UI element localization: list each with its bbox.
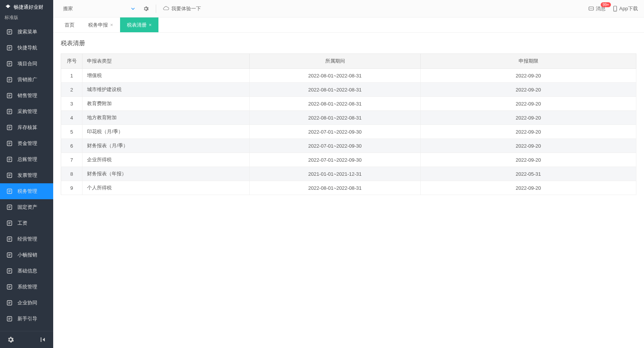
table-row[interactable]: 2城市维护建设税2022-08-01~2022-08-312022-09-20 [61,83,636,97]
sidebar-item-17[interactable]: 企业协同 [0,295,53,311]
cell-deadline: 2022-05-31 [421,167,636,181]
business-icon [6,236,13,242]
cell-deadline: 2022-09-20 [421,125,636,139]
app-download-button[interactable]: App下载 [612,5,638,12]
cell-period: 2022-08-01~2022-08-31 [250,97,421,111]
cell-period: 2022-07-01~2022-09-30 [250,153,421,167]
sidebar-item-label: 搜索菜单 [17,28,37,35]
collapse-icon[interactable] [40,337,46,343]
sidebar-item-10[interactable]: 税务管理 [0,183,53,199]
tab-2[interactable]: 税表清册× [120,17,159,32]
sidebar-item-label: 新手引导 [17,315,37,322]
table-row[interactable]: 6财务报表（月/季）2022-07-01~2022-09-302022-09-2… [61,139,636,153]
sidebar-item-2[interactable]: 项目合同 [0,56,53,72]
org-selector-text: 搬家 [63,5,73,12]
table-row[interactable]: 7企业所得税2022-07-01~2022-09-302022-09-20 [61,153,636,167]
col-type-header: 申报表类型 [82,54,250,69]
sidebar-item-label: 发票管理 [17,172,37,179]
asset-icon [6,204,13,211]
gear-icon[interactable] [143,6,149,12]
cell-seq: 7 [61,153,82,167]
cell-deadline: 2022-09-20 [421,111,636,125]
table-row[interactable]: 9个人所得税2022-08-01~2022-08-312022-09-20 [61,181,636,195]
settings-icon[interactable] [8,337,14,343]
topbar: 搬家 我要体验一下 消息 [53,0,644,17]
table-row[interactable]: 1增值税2022-08-01~2022-08-312022-09-20 [61,69,636,83]
search-icon [6,28,13,35]
close-icon[interactable]: × [110,22,113,28]
tab-1[interactable]: 税务申报× [81,17,120,32]
sidebar-item-label: 工资 [17,220,27,227]
sidebar-item-6[interactable]: 库存核算 [0,120,53,135]
tab-label: 税务申报 [88,22,108,28]
cell-seq: 4 [61,111,82,125]
message-button[interactable]: 消息 99+ [588,5,606,12]
col-seq-header: 序号 [61,54,82,69]
cell-seq: 9 [61,181,82,195]
svg-point-21 [590,8,591,9]
tab-0[interactable]: 首页 [58,17,81,32]
org-selector[interactable]: 搬家 [59,3,139,14]
table-row[interactable]: 3教育费附加2022-08-01~2022-08-312022-09-20 [61,97,636,111]
sidebar-footer [0,331,53,348]
sidebar-item-label: 系统管理 [17,283,37,290]
bag-icon [6,108,13,115]
sidebar-item-13[interactable]: 经营管理 [0,231,53,247]
sidebar-item-0[interactable]: 搜索菜单 [0,24,53,40]
cell-type: 增值税 [82,69,250,83]
table-row[interactable]: 8财务报表（年报）2021-01-01~2021-12-312022-05-31 [61,167,636,181]
sidebar-item-14[interactable]: 小畅报销 [0,247,53,263]
cell-seq: 6 [61,139,82,153]
sidebar-item-8[interactable]: 总账管理 [0,151,53,167]
sidebar-item-1[interactable]: 快捷导航 [0,40,53,56]
cell-type: 个人所得税 [82,181,250,195]
sidebar-item-15[interactable]: 基础信息 [0,263,53,279]
feedback-link[interactable]: 我要体验一下 [163,5,201,12]
sidebar-item-label: 固定资产 [17,204,37,211]
cell-type: 城市维护建设税 [82,83,250,97]
svg-point-22 [591,8,592,9]
table-row[interactable]: 5印花税（月/季）2022-07-01~2022-09-302022-09-20 [61,125,636,139]
svg-point-0 [7,6,9,8]
sidebar-item-5[interactable]: 采购管理 [0,104,53,120]
message-icon [588,6,594,12]
cell-type: 财务报表（年报） [82,167,250,181]
sidebar-item-3[interactable]: 营销推广 [0,72,53,88]
cell-period: 2021-01-01~2021-12-31 [250,167,421,181]
sidebar-item-label: 资金管理 [17,140,37,147]
sidebar-item-4[interactable]: 销售管理 [0,88,53,104]
cell-seq: 1 [61,69,82,83]
sidebar-item-9[interactable]: 发票管理 [0,167,53,183]
close-icon[interactable]: × [149,22,152,28]
sidebar-item-12[interactable]: 工资 [0,215,53,231]
page-title: 税表清册 [61,39,636,47]
table-row[interactable]: 4地方教育附加2022-08-01~2022-08-312022-09-20 [61,111,636,125]
sidebar-item-7[interactable]: 资金管理 [0,135,53,151]
cell-seq: 8 [61,167,82,181]
cloud-icon [163,6,169,12]
cell-type: 教育费附加 [82,97,250,111]
sidebar-item-16[interactable]: 系统管理 [0,279,53,295]
svg-point-25 [615,10,616,11]
ledger-icon [6,156,13,163]
sidebar-menu: 搜索菜单快捷导航项目合同营销推广销售管理采购管理库存核算资金管理总账管理发票管理… [0,24,53,331]
cell-type: 印花税（月/季） [82,125,250,139]
sidebar-item-18[interactable]: 新手引导 [0,311,53,327]
sidebar-item-11[interactable]: 固定资产 [0,199,53,215]
cell-type: 地方教育附加 [82,111,250,125]
sidebar-item-label: 库存核算 [17,124,37,131]
sidebar-item-label: 基础信息 [17,268,37,274]
sidebar-item-label: 项目合同 [17,60,37,67]
cell-seq: 3 [61,97,82,111]
divider [156,5,156,13]
cell-period: 2022-07-01~2022-09-30 [250,139,421,153]
cell-period: 2022-08-01~2022-08-31 [250,83,421,97]
brand-logo-icon [5,4,11,11]
sidebar-item-label: 税务管理 [17,188,37,195]
tab-label: 税表清册 [127,22,147,28]
sidebar-item-label: 小畅报销 [17,252,37,258]
tax-table: 序号 申报表类型 所属期间 申报期限 1增值税2022-08-01~2022-0… [61,54,636,195]
contract-icon [6,60,13,67]
svg-point-23 [592,8,593,9]
message-badge: 99+ [601,2,611,7]
